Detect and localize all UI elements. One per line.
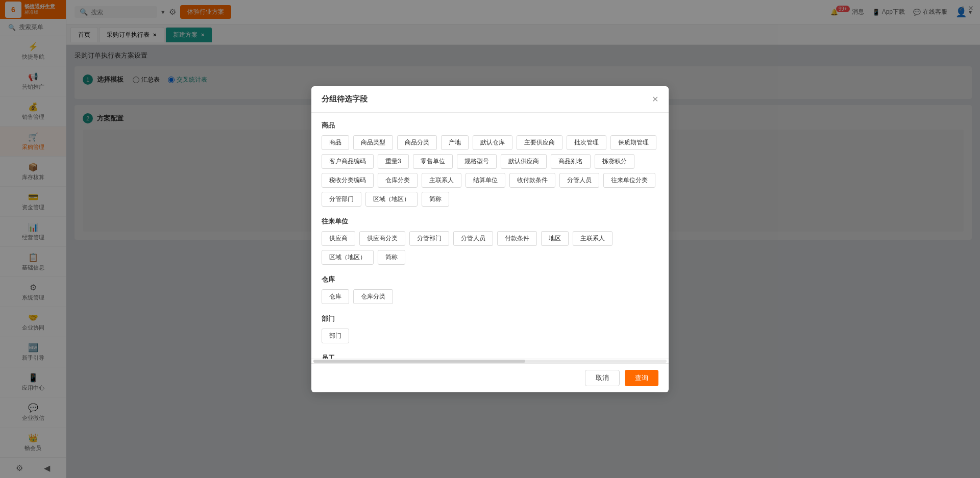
product-tags: 商品 商品类型 商品分类 产地 默认仓库 主要供应商 批次管理 保质期管理 客户… xyxy=(322,135,658,207)
field-tag-dept[interactable]: 部门 xyxy=(322,329,349,343)
field-tag-abbr[interactable]: 简称 xyxy=(422,192,449,207)
field-tag-region[interactable]: 区域（地区） xyxy=(365,192,418,207)
field-tag-payment-terms[interactable]: 收付款条件 xyxy=(509,173,555,188)
field-tag-retail-unit[interactable]: 零售单位 xyxy=(413,154,453,169)
field-tag-batch-mgmt[interactable]: 批次管理 xyxy=(567,135,606,150)
partner-tags: 供应商 供应商分类 分管部门 分管人员 付款条件 地区 主联系人 区域（地区） … xyxy=(322,231,658,265)
field-tag-origin[interactable]: 产地 xyxy=(441,135,469,150)
modal-cancel-button[interactable]: 取消 xyxy=(585,370,620,386)
field-tag-supplier[interactable]: 供应商 xyxy=(322,231,355,246)
dept-tags: 部门 xyxy=(322,329,658,343)
field-section-employee: 员工 业务员 xyxy=(322,354,658,359)
field-tag-customer-code[interactable]: 客户商品编码 xyxy=(322,154,374,169)
modal-confirm-button[interactable]: 查询 xyxy=(625,370,658,386)
field-tag-warehouse-cat[interactable]: 仓库分类 xyxy=(353,289,393,304)
field-tag-tax-code[interactable]: 税收分类编码 xyxy=(322,173,374,188)
modal-footer: 取消 查询 xyxy=(311,363,669,392)
field-tag-main-supplier[interactable]: 主要供应商 xyxy=(517,135,562,150)
modal-dialog: 分组待选字段 ✕ 商品 商品 商品类型 商品分类 产地 默认仓库 主要供应商 批… xyxy=(311,86,669,392)
field-section-warehouse: 仓库 仓库 仓库分类 xyxy=(322,275,658,304)
field-tag-default-warehouse[interactable]: 默认仓库 xyxy=(473,135,512,150)
field-tag-expiry-mgmt[interactable]: 保质期管理 xyxy=(610,135,656,150)
field-tag-dept-managed[interactable]: 分管部门 xyxy=(322,192,361,207)
field-tag-warehouse[interactable]: 仓库 xyxy=(322,289,349,304)
modal-close-button[interactable]: ✕ xyxy=(652,94,658,104)
field-tag-product-type[interactable]: 商品类型 xyxy=(353,135,393,150)
section-product-title: 商品 xyxy=(322,121,658,130)
field-tag-product-alias[interactable]: 商品别名 xyxy=(551,154,591,169)
warehouse-tags: 仓库 仓库分类 xyxy=(322,289,658,304)
field-tag-supplier-category[interactable]: 供应商分类 xyxy=(359,231,405,246)
field-tag-product-category[interactable]: 商品分类 xyxy=(397,135,437,150)
field-section-partner: 往来单位 供应商 供应商分类 分管部门 分管人员 付款条件 地区 主联系人 区域… xyxy=(322,217,658,265)
modal-overlay: 分组待选字段 ✕ 商品 商品 商品类型 商品分类 产地 默认仓库 主要供应商 批… xyxy=(0,0,980,478)
field-tag-default-supplier[interactable]: 默认供应商 xyxy=(501,154,547,169)
field-tag-supervisor[interactable]: 分管人员 xyxy=(559,173,599,188)
field-tag-partner-supervisor[interactable]: 分管人员 xyxy=(453,231,493,246)
modal-title: 分组待选字段 xyxy=(322,94,368,104)
section-employee-title: 员工 xyxy=(322,354,658,359)
field-tag-pick-points[interactable]: 拣货积分 xyxy=(595,154,634,169)
field-tag-settlement-unit[interactable]: 结算单位 xyxy=(465,173,505,188)
field-tag-partner-category[interactable]: 往来单位分类 xyxy=(603,173,655,188)
field-tag-main-contact[interactable]: 主联系人 xyxy=(422,173,461,188)
modal-header: 分组待选字段 ✕ xyxy=(311,86,669,113)
modal-horizontal-scrollbar[interactable] xyxy=(311,359,669,363)
section-warehouse-title: 仓库 xyxy=(322,275,658,284)
section-dept-title: 部门 xyxy=(322,314,658,323)
field-tag-partner-dept[interactable]: 分管部门 xyxy=(409,231,449,246)
field-tag-area[interactable]: 地区 xyxy=(541,231,569,246)
field-tag-warehouse-category[interactable]: 仓库分类 xyxy=(378,173,418,188)
field-tag-region2[interactable]: 区域（地区） xyxy=(322,250,374,265)
field-section-product: 商品 商品 商品类型 商品分类 产地 默认仓库 主要供应商 批次管理 保质期管理… xyxy=(322,121,658,207)
field-tag-spec-model[interactable]: 规格型号 xyxy=(457,154,497,169)
field-tag-abbr2[interactable]: 简称 xyxy=(378,250,405,265)
field-tag-product[interactable]: 商品 xyxy=(322,135,349,150)
field-tag-main-contact2[interactable]: 主联系人 xyxy=(573,231,612,246)
section-partner-title: 往来单位 xyxy=(322,217,658,226)
field-section-dept: 部门 部门 xyxy=(322,314,658,343)
field-tag-weight3[interactable]: 重量3 xyxy=(378,154,409,169)
modal-body: 商品 商品 商品类型 商品分类 产地 默认仓库 主要供应商 批次管理 保质期管理… xyxy=(311,113,669,359)
field-tag-pay-terms[interactable]: 付款条件 xyxy=(497,231,537,246)
